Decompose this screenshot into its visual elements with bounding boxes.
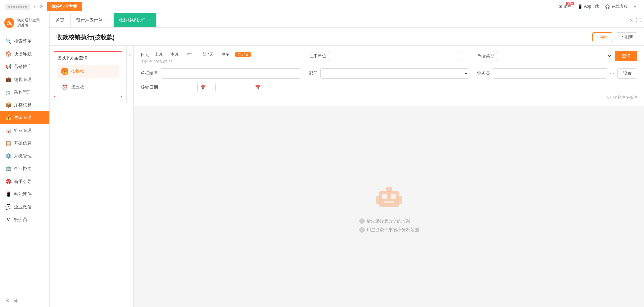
solution-button[interactable]: 体验行业方案 xyxy=(47,2,82,11)
sidebar-label-marketing: 营销推广 xyxy=(14,64,32,70)
sidebar-item-enterprise[interactable]: 🏢 企业协同 xyxy=(0,162,49,175)
user-name[interactable]: Rit xyxy=(634,4,639,9)
settings-icon[interactable]: ⚙ xyxy=(39,4,43,10)
sidebar-item-wechat[interactable]: 💬 企业微信 xyxy=(0,201,49,213)
sidebar-label-member: 畅会员 xyxy=(14,217,27,223)
partner-ellipsis[interactable]: ··· xyxy=(465,53,469,59)
tab-actions: ✕ ⛶ xyxy=(626,13,644,27)
sidebar-item-quick-nav[interactable]: 🏠 快捷导航 xyxy=(0,48,49,60)
salesperson-input[interactable] xyxy=(493,68,607,79)
sidebar-label-purchase: 采购管理 xyxy=(14,89,32,95)
sidebar-item-smart-hw[interactable]: 📱 智能硬件 xyxy=(0,188,49,201)
tab-prepay[interactable]: 预付冲应付单 ✕ xyxy=(71,13,114,27)
partner-label: 往来单位 xyxy=(309,53,326,59)
date-btn-more[interactable]: 更多 xyxy=(219,51,232,58)
app-download-btn[interactable]: 📱 App下载 xyxy=(578,4,599,9)
svg-rect-3 xyxy=(382,194,387,199)
collapse-more-row: ∧∧ 收起更多条件 xyxy=(141,95,637,100)
cal-start-icon[interactable]: 📅 xyxy=(200,85,206,90)
tab-bar: 首页 预付冲应付单 ✕ 收款核销执行 ✕ ✕ ⛶ xyxy=(50,13,644,28)
dept-field: 部门 xyxy=(309,68,469,79)
brand-dropdown[interactable]: ▾ xyxy=(34,4,36,9)
sidebar-item-operation[interactable]: 📊 经营管理 xyxy=(0,124,49,137)
sidebar-item-search[interactable]: 🔍 搜索菜单 xyxy=(0,35,49,48)
salesperson-ellipsis[interactable]: ··· xyxy=(610,70,614,76)
enterprise-icon: 🏢 xyxy=(5,166,11,172)
home-icon: 🏠 xyxy=(5,51,11,57)
date-btn-this-year[interactable]: 本年 xyxy=(184,51,198,58)
order-no-input[interactable] xyxy=(161,68,301,79)
top-bar-left: ●●●●●●●● ▾ ⚙ 体验行业方案 xyxy=(5,2,82,11)
date-btn-7days[interactable]: 近7天 xyxy=(200,51,216,58)
bottom-settings-icon[interactable]: ⚙ xyxy=(5,297,10,304)
message-btn[interactable]: ✉ 消息 99+ xyxy=(559,4,572,9)
sidebar-item-basic-info[interactable]: 📋 基础信息 xyxy=(0,137,49,150)
date-btn-this-month[interactable]: 本月 xyxy=(168,51,181,58)
order-no-label: 单据编号 xyxy=(141,70,158,76)
verify-date-start[interactable]: 2023-03-01 xyxy=(161,83,198,92)
top-bar-right: ✉ 消息 99+ 📱 App下载 🎧 在线客服 Rit xyxy=(559,4,639,9)
app-icon: 📱 xyxy=(578,4,583,9)
tab-close-icon[interactable]: ✕ xyxy=(629,18,633,23)
filter-option-receivable-label: 按应收 xyxy=(71,84,84,90)
collapse-panel-btn[interactable]: « xyxy=(127,51,133,58)
tab-spacer xyxy=(157,13,626,27)
filter-option-by-receipt[interactable]: 💰 按收款 xyxy=(57,65,119,78)
date-btn-last-month[interactable]: 上月 xyxy=(152,51,165,58)
tab-receipts[interactable]: 收款核销执行 ✕ xyxy=(114,13,157,27)
order-no-field: 单据编号 xyxy=(141,68,301,79)
sidebar-item-sales[interactable]: 💼 销售管理 xyxy=(0,73,49,86)
export-button[interactable]: ↑ 导出 xyxy=(592,32,612,42)
sidebar-label-enterprise: 企业协同 xyxy=(14,166,32,172)
refresh-button[interactable]: ↺ 刷新 xyxy=(616,32,637,42)
filter-options: 💰 按收款 ⏰ 按应收 xyxy=(57,65,119,93)
doc-type-field: 单据类型 查询 xyxy=(477,51,637,61)
step1-text: 请先选择要分析的方案 xyxy=(367,218,410,224)
cal-end-icon[interactable]: 📅 xyxy=(255,85,260,90)
dept-select[interactable] xyxy=(320,68,469,79)
refresh-icon: ↺ xyxy=(620,35,624,40)
tab-expand-icon[interactable]: ⛶ xyxy=(636,18,641,23)
verify-date-end[interactable]: 2023-07-21 xyxy=(215,83,252,92)
export-label: 导出 xyxy=(600,34,608,40)
verify-date-label: 核销日期 xyxy=(141,84,158,90)
app-download-label: App下载 xyxy=(584,4,599,9)
date-custom-badge[interactable]: 自定义 xyxy=(235,52,251,57)
filter-left-panel: 按以下方案查询 💰 按收款 ⏰ 按应收 xyxy=(50,46,127,103)
svg-rect-6 xyxy=(386,187,392,192)
system-icon: ⚙️ xyxy=(5,153,11,159)
filter-panel-wrapper: 按以下方案查询 💰 按收款 ⏰ 按应收 « xyxy=(50,46,134,307)
wechat-icon: 💬 xyxy=(5,204,11,210)
tab-home-label: 首页 xyxy=(56,17,64,23)
settings-button[interactable]: 设置 xyxy=(617,68,637,79)
query-button[interactable]: 查询 xyxy=(615,51,637,61)
filter-row-2: 单据编号 部门 业务员 xyxy=(141,68,637,79)
sidebar-item-purchase[interactable]: 🛒 采购管理 xyxy=(0,86,49,99)
capital-icon: 💰 xyxy=(5,115,11,121)
sidebar-item-guide[interactable]: 🎯 新手引导 xyxy=(0,175,49,188)
partner-field: 往来单位 ··· xyxy=(309,51,469,61)
sidebar-item-capital[interactable]: 💰 资金管理 xyxy=(0,111,49,124)
online-service-btn[interactable]: 🎧 在线客服 xyxy=(605,4,628,9)
sidebar-item-member[interactable]: V 畅会员 xyxy=(0,213,49,226)
sidebar-item-system[interactable]: ⚙️ 系统管理 xyxy=(0,150,49,162)
tab-prepay-close[interactable]: ✕ xyxy=(105,18,108,22)
edition-label: 标准版 xyxy=(17,23,40,28)
page-title: 收款核销执行(按收款) xyxy=(56,33,115,41)
partner-input[interactable] xyxy=(329,51,462,61)
sidebar-item-inventory[interactable]: 📦 库存核算 xyxy=(0,99,49,111)
date-label: 日期 xyxy=(141,52,149,58)
svg-rect-4 xyxy=(391,194,396,199)
filter-row-3: 核销日期 2023-03-01 📅 — 2023-07-21 📅 xyxy=(141,83,637,92)
bottom-collapse-icon[interactable]: ◀ xyxy=(13,297,17,304)
collapse-more-btn[interactable]: 收起更多条件 xyxy=(613,95,637,100)
sidebar-label-sales: 销售管理 xyxy=(14,76,32,83)
tab-receipts-close[interactable]: ✕ xyxy=(148,18,151,22)
filter-panel-title: 按以下方案查询 xyxy=(57,55,119,61)
tab-home[interactable]: 首页 xyxy=(50,13,71,27)
sidebar-label-smart-hw: 智能硬件 xyxy=(14,191,32,197)
filter-option-by-receivable[interactable]: ⏰ 按应收 xyxy=(57,81,119,93)
sidebar-item-marketing[interactable]: 📢 营销推广 xyxy=(0,60,49,73)
salesperson-label: 业务员 xyxy=(477,70,490,76)
doc-type-select[interactable] xyxy=(497,51,612,61)
